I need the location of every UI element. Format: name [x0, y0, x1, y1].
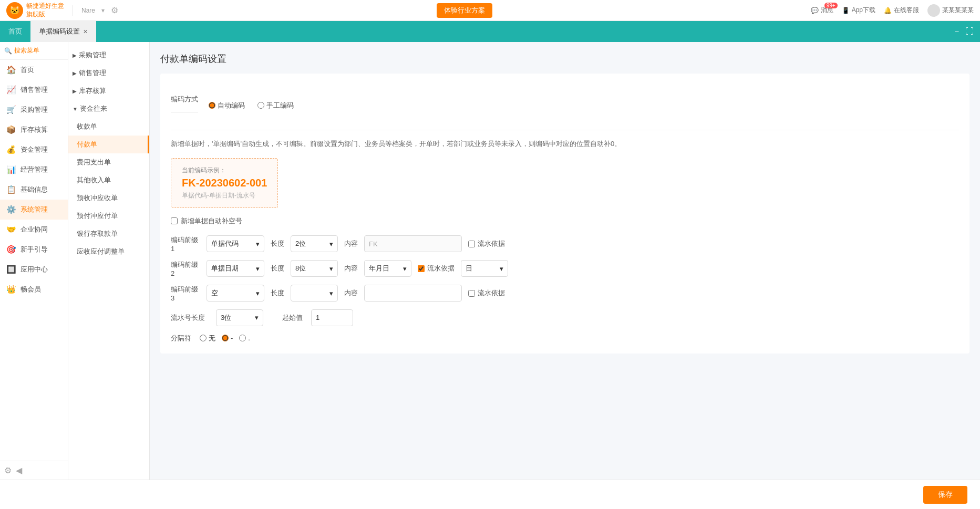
trial-button[interactable]: 体验行业方案: [437, 3, 492, 18]
prefix-select-1[interactable]: 单据代码 ▾: [207, 235, 264, 252]
sidebar-item-basic[interactable]: 📋 基础信息: [0, 180, 68, 200]
purchase-icon: 🛒: [6, 105, 16, 115]
member-icon: 👑: [6, 285, 16, 294]
day-select-2[interactable]: 日 ▾: [461, 260, 508, 277]
tab-serial-setting[interactable]: 单据编码设置 ✕: [30, 21, 96, 42]
company-name: Nare: [81, 7, 95, 14]
second-sidebar-item-prepay-receive[interactable]: 预收冲应收单: [68, 189, 149, 207]
group-inventory: ▶ 库存核算: [68, 82, 149, 100]
settings-bottom-icon[interactable]: ⚙: [4, 465, 12, 475]
auto-fill-checkbox[interactable]: [171, 217, 178, 224]
prefix-select-3[interactable]: 空 ▾: [207, 285, 264, 302]
serial-length-label: 流水号长度: [171, 313, 208, 323]
main-layout: 🔍 搜索菜单 🏠 首页 📈 销售管理 🛒 采购管理 📦 库存核算 💰: [0, 42, 980, 480]
content-label-3: 内容: [344, 288, 358, 298]
user-info[interactable]: 某某某某某: [927, 4, 974, 17]
sidebar-item-system[interactable]: ⚙️ 系统管理: [0, 200, 68, 220]
save-button[interactable]: 保存: [923, 486, 967, 504]
second-sidebar-item-bank-deposit[interactable]: 银行存取款单: [68, 225, 149, 243]
sidebar-nav: 🏠 首页 📈 销售管理 🛒 采购管理 📦 库存核算 💰 资金管理 📊 经: [0, 60, 68, 461]
length-select-1[interactable]: 2位 ▾: [291, 235, 338, 252]
group-purchase-header[interactable]: ▶ 采购管理: [68, 46, 149, 64]
code-preview: 当前编码示例： FK-20230602-001 单据代码-单据日期-流水号: [171, 158, 278, 208]
tab-home[interactable]: 首页: [0, 21, 30, 42]
sidebar-bottom: ⚙ ◀: [0, 461, 68, 480]
wn-row: 流水号长度 3位 ▾ 起始值: [171, 309, 959, 326]
system-icon: ⚙️: [6, 205, 16, 214]
serial-length-select[interactable]: 3位 ▾: [216, 309, 263, 326]
start-value-label: 起始值: [282, 313, 303, 323]
second-sidebar-item-other-income[interactable]: 其他收入单: [68, 171, 149, 189]
arrow-down-icon-capital: ▼: [73, 106, 78, 112]
online-service-btn[interactable]: 🔔 在线客服: [884, 6, 919, 15]
start-value-input[interactable]: [311, 309, 353, 326]
settings-icon[interactable]: ⚙: [111, 5, 118, 15]
sidebar-item-sales[interactable]: 📈 销售管理: [0, 80, 68, 100]
manual-code-option[interactable]: 手工编码: [257, 101, 294, 110]
tab-close-icon[interactable]: ✕: [83, 28, 88, 35]
company-dropdown-icon[interactable]: ▾: [101, 7, 105, 14]
auto-fill-row[interactable]: 新增单据自动补空号: [171, 216, 959, 226]
tab-minimize-btn[interactable]: －: [953, 26, 961, 37]
sep-dash-option[interactable]: -: [222, 334, 233, 342]
message-icon: 💬: [811, 7, 819, 14]
topbar: 🐱 畅捷通好生意 旗舰版 Nare ▾ ⚙ 体验行业方案 💬 消息 99+ 📱 …: [0, 0, 980, 21]
second-sidebar-item-payment[interactable]: 付款单: [68, 136, 149, 153]
content-select-2[interactable]: 年月日 ▾: [364, 260, 411, 277]
search-icon: 🔍: [4, 47, 12, 55]
prefix-select-2[interactable]: 单据日期 ▾: [207, 260, 264, 277]
sep-none-option[interactable]: 无: [200, 334, 215, 343]
length-select-3[interactable]: ▾: [291, 285, 338, 302]
manual-code-radio[interactable]: [257, 102, 264, 109]
sep-dot-radio[interactable]: [239, 335, 246, 341]
length-select-2[interactable]: 8位 ▾: [291, 260, 338, 277]
sep-dash-radio[interactable]: [222, 335, 229, 341]
finance-icon: 💰: [6, 145, 16, 154]
sep-dot-option[interactable]: .: [239, 334, 250, 342]
dropdown-icon-2: ▾: [256, 265, 260, 273]
content-input-3[interactable]: [364, 285, 462, 302]
auto-code-option[interactable]: 自动编码: [209, 101, 245, 110]
length-label-3: 长度: [271, 288, 284, 298]
group-purchase: ▶ 采购管理: [68, 46, 149, 64]
enterprise-icon: 🤝: [6, 225, 16, 234]
serial-checkbox-3[interactable]: 流水依据: [468, 288, 505, 298]
collapse-sidebar-icon[interactable]: ◀: [16, 465, 22, 475]
auto-code-radio[interactable]: [209, 102, 215, 109]
second-sidebar-item-receivable-adj[interactable]: 应收应付调整单: [68, 243, 149, 261]
group-inventory-header[interactable]: ▶ 库存核算: [68, 82, 149, 100]
info-text: 新增单据时，'单据编码'自动生成，不可编辑。前缀设置为部门、业务员等档案类，开单…: [171, 139, 959, 150]
app-download-btn[interactable]: 📱 App下载: [842, 6, 875, 15]
inventory-icon: 📦: [6, 125, 16, 134]
second-sidebar-item-receipt[interactable]: 收款单: [68, 118, 149, 136]
second-sidebar-item-expense[interactable]: 费用支出单: [68, 153, 149, 171]
sidebar-item-purchase[interactable]: 🛒 采购管理: [0, 100, 68, 120]
serial-checkbox-1[interactable]: 流水依据: [468, 239, 505, 248]
second-sidebar-item-prepay-pay[interactable]: 预付冲应付单: [68, 207, 149, 225]
group-sales-header[interactable]: ▶ 销售管理: [68, 64, 149, 82]
sidebar-item-enterprise[interactable]: 🤝 企业协同: [0, 220, 68, 240]
topbar-divider: [73, 5, 73, 16]
sidebar-item-home[interactable]: 🏠 首页: [0, 60, 68, 80]
logo: 🐱 畅捷通好生意 旗舰版: [6, 2, 64, 19]
tab-maximize-btn[interactable]: ⛶: [965, 27, 974, 36]
home-icon: 🏠: [6, 65, 16, 75]
sidebar-item-member[interactable]: 👑 畅会员: [0, 279, 68, 299]
sidebar-item-operations[interactable]: 📊 经营管理: [0, 160, 68, 180]
sep-none-radio[interactable]: [200, 335, 207, 341]
message-btn[interactable]: 💬 消息 99+: [811, 6, 833, 15]
serial-checkbox-2[interactable]: 流水依据: [418, 264, 455, 273]
serial-check-2[interactable]: [418, 265, 425, 272]
sidebar-item-inventory[interactable]: 📦 库存核算: [0, 120, 68, 140]
service-icon: 🔔: [884, 7, 892, 14]
sidebar-item-guide[interactable]: 🎯 新手引导: [0, 240, 68, 259]
group-capital-header[interactable]: ▼ 资金往来: [68, 100, 149, 118]
operations-icon: 📊: [6, 165, 16, 174]
sidebar-item-finance[interactable]: 💰 资金管理: [0, 140, 68, 160]
content-input-1[interactable]: [364, 235, 462, 252]
sidebar-item-appcenter[interactable]: 🔲 应用中心: [0, 259, 68, 279]
sidebar-search[interactable]: 🔍 搜索菜单: [0, 42, 68, 60]
serial-check-1[interactable]: [468, 241, 475, 247]
serial-check-3[interactable]: [468, 290, 475, 297]
left-sidebar: 🔍 搜索菜单 🏠 首页 📈 销售管理 🛒 采购管理 📦 库存核算 💰: [0, 42, 68, 480]
